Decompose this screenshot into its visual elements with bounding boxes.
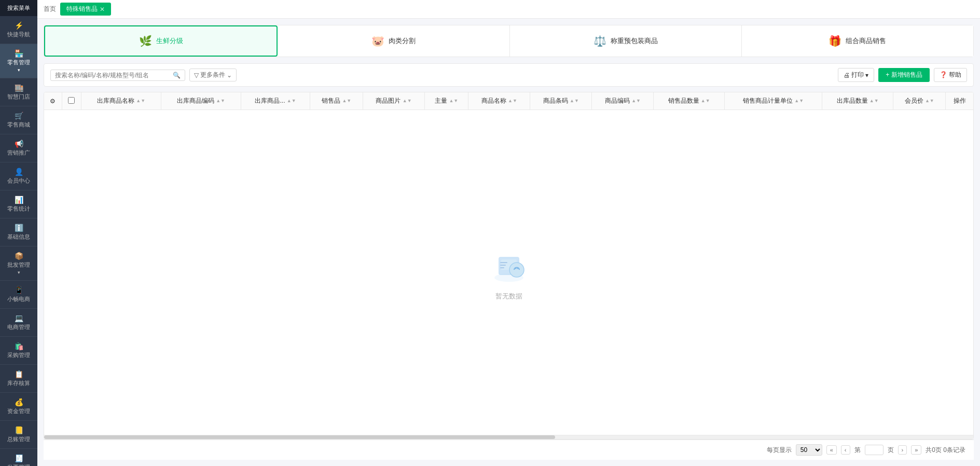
- sidebar-item-label: 零售商城: [7, 121, 30, 129]
- col-settings[interactable]: ⚙: [44, 92, 62, 110]
- member-center-icon: 👤: [15, 168, 23, 176]
- sidebar-item-label: 快捷导航: [7, 31, 30, 38]
- sidebar-item-purchase-mgmt[interactable]: 🛍️ 采购管理: [0, 337, 37, 365]
- col-product-name[interactable]: 商品名称 ▲▼: [468, 92, 530, 110]
- sort-icon: ▲▼: [449, 99, 458, 103]
- col-sales-unit[interactable]: 销售商品计量单位 ▲▼: [724, 92, 822, 110]
- help-button[interactable]: ❓ 帮助: [934, 68, 967, 82]
- purchase-mgmt-icon: 🛍️: [15, 342, 23, 350]
- new-sales-product-button[interactable]: + 新增销售品: [878, 68, 929, 82]
- top-bar: 首页 特殊销售品 ✕: [37, 0, 980, 19]
- cat-tab-combo-sales[interactable]: 🎁 组合商品销售: [742, 25, 973, 57]
- page-number-input[interactable]: 1: [865, 445, 884, 455]
- sidebar-item-basic-info[interactable]: ℹ️ 基础信息: [0, 218, 37, 246]
- search-input[interactable]: [55, 72, 171, 79]
- sidebar-item-quick-nav[interactable]: ⚡ 快捷导航: [0, 16, 37, 44]
- horizontal-scrollbar[interactable]: [44, 435, 973, 439]
- sidebar-item-ledger[interactable]: 📒 总账管理: [0, 421, 37, 449]
- cat-tab-meat-label: 肉类分割: [389, 36, 416, 46]
- sidebar-item-label: 会员中心: [7, 177, 30, 185]
- cat-tab-meat-cut[interactable]: 🐷 肉类分割: [278, 25, 509, 57]
- svg-point-4: [515, 268, 516, 269]
- retail-mall-icon: 🛒: [15, 112, 23, 120]
- sidebar-item-wholesale-mgmt[interactable]: 📦 批发管理: [0, 246, 37, 281]
- sidebar-item-label: 批发管理: [7, 261, 30, 269]
- col-product-img[interactable]: 商品图片 ▲▼: [363, 92, 425, 110]
- search-box[interactable]: 🔍: [50, 70, 185, 81]
- sort-icon: ▲▼: [136, 99, 145, 103]
- help-label: 帮助: [949, 71, 961, 78]
- category-tabs: 🌿 生鲜分级 🐷 肉类分割 ⚖️ 称重预包装商品 🎁 组合商品销售: [44, 25, 974, 57]
- col-member-price[interactable]: 会员价 ▲▼: [893, 92, 946, 110]
- filter-icon: ▽: [194, 72, 199, 79]
- sidebar-logo: 搜索菜单: [0, 0, 37, 16]
- sidebar-item-smart-store[interactable]: 🏬 智慧门店: [0, 78, 37, 106]
- page-size-select[interactable]: 10 20 50 100: [796, 444, 822, 456]
- col-product-code[interactable]: 商品编码 ▲▼: [592, 92, 654, 110]
- filter-button[interactable]: ▽ 更多条件 ⌄: [189, 68, 237, 81]
- prev-page-button[interactable]: ‹: [841, 445, 850, 455]
- sort-icon: ▲▼: [216, 99, 225, 103]
- col-out-spec[interactable]: 出库商品... ▲▼: [241, 92, 310, 110]
- select-all-checkbox[interactable]: [68, 97, 75, 104]
- sidebar-item-finance[interactable]: 💰 资金管理: [0, 393, 37, 421]
- sidebar-item-label: 库存核算: [7, 379, 30, 387]
- last-page-button[interactable]: »: [911, 445, 921, 455]
- sales-promo-icon: 📢: [15, 140, 23, 148]
- sort-icon: ▲▼: [342, 99, 351, 103]
- sidebar-item-member-center[interactable]: 👤 会员中心: [0, 162, 37, 190]
- empty-state: 暂无数据: [44, 110, 973, 435]
- sidebar-item-label: 基础信息: [7, 233, 30, 241]
- ecom-mgmt-icon: 💻: [15, 314, 23, 322]
- sort-icon: ▲▼: [508, 99, 517, 103]
- home-breadcrumb[interactable]: 首页: [44, 5, 56, 13]
- sidebar-item-retail-mall[interactable]: 🛒 零售商城: [0, 106, 37, 134]
- sidebar-item-invoice[interactable]: 🧾 发票管理: [0, 449, 37, 466]
- sort-icon: ▲▼: [701, 99, 710, 103]
- print-label: 打印: [851, 71, 864, 79]
- col-actions: 操作: [946, 92, 973, 110]
- wholesale-mgmt-icon: 📦: [15, 252, 23, 260]
- sidebar-item-sales-promo[interactable]: 📢 营销推广: [0, 134, 37, 162]
- col-sales-qty[interactable]: 销售品数量 ▲▼: [654, 92, 724, 110]
- retail-stats-icon: 📊: [15, 196, 23, 204]
- active-tab[interactable]: 特殊销售品 ✕: [60, 3, 111, 16]
- col-out-code[interactable]: 出库商品编码 ▲▼: [161, 92, 241, 110]
- close-tab-icon[interactable]: ✕: [100, 6, 105, 13]
- svg-point-5: [517, 268, 518, 269]
- col-checkbox[interactable]: [62, 92, 81, 110]
- first-page-button[interactable]: «: [826, 445, 837, 455]
- mini-ecom-icon: 📱: [15, 286, 23, 294]
- chevron-down-icon: ⌄: [227, 72, 232, 79]
- search-icon: 🔍: [173, 72, 181, 79]
- scrollbar-thumb[interactable]: [44, 435, 555, 439]
- sidebar-item-retail-mgmt[interactable]: 🏪 零售管理: [0, 44, 37, 78]
- sort-icon: ▲▼: [570, 99, 579, 103]
- col-main-weight[interactable]: 主量 ▲▼: [425, 92, 468, 110]
- page-label-suffix: 页: [888, 446, 894, 455]
- col-out-name[interactable]: 出库商品名称 ▲▼: [81, 92, 161, 110]
- sidebar-item-ecom-mgmt[interactable]: 💻 电商管理: [0, 309, 37, 337]
- cat-tab-weigh-pack[interactable]: ⚖️ 称重预包装商品: [510, 25, 742, 57]
- print-button[interactable]: 🖨 打印 ▾: [838, 68, 874, 82]
- sort-icon: ▲▼: [794, 99, 804, 103]
- page-size-label: 每页显示: [767, 446, 792, 455]
- sidebar-item-label: 发票管理: [7, 463, 30, 466]
- sidebar: 搜索菜单 ⚡ 快捷导航 🏪 零售管理 🏬 智慧门店 🛒 零售商城 📢 营销推广 …: [0, 0, 37, 466]
- quick-nav-icon: ⚡: [15, 21, 23, 30]
- filter-label: 更多条件: [200, 71, 225, 79]
- sidebar-item-mini-ecom[interactable]: 📱 小畅电商: [0, 281, 37, 309]
- toolbar-left: 🔍 ▽ 更多条件 ⌄: [50, 68, 237, 81]
- col-out-qty[interactable]: 出库品数量 ▲▼: [822, 92, 893, 110]
- toolbar: 🔍 ▽ 更多条件 ⌄ 🖨 打印 ▾ + 新增销售品 ❓: [44, 63, 974, 87]
- col-sales-product[interactable]: 销售品 ▲▼: [310, 92, 363, 110]
- next-page-button[interactable]: ›: [898, 445, 907, 455]
- cat-tab-fresh-grade[interactable]: 🌿 生鲜分级: [44, 25, 278, 57]
- sort-icon: ▲▼: [869, 99, 879, 103]
- sidebar-item-inventory[interactable]: 📋 库存核算: [0, 365, 37, 393]
- sidebar-item-retail-stats[interactable]: 📊 零售统计: [0, 190, 37, 218]
- col-barcode[interactable]: 商品条码 ▲▼: [530, 92, 592, 110]
- main-area: 首页 特殊销售品 ✕ 🌿 生鲜分级 🐷 肉类分割 ⚖️ 称重预包装商品 🎁 组合…: [37, 0, 980, 466]
- ledger-icon: 📒: [15, 426, 23, 434]
- combo-sales-icon: 🎁: [829, 35, 841, 47]
